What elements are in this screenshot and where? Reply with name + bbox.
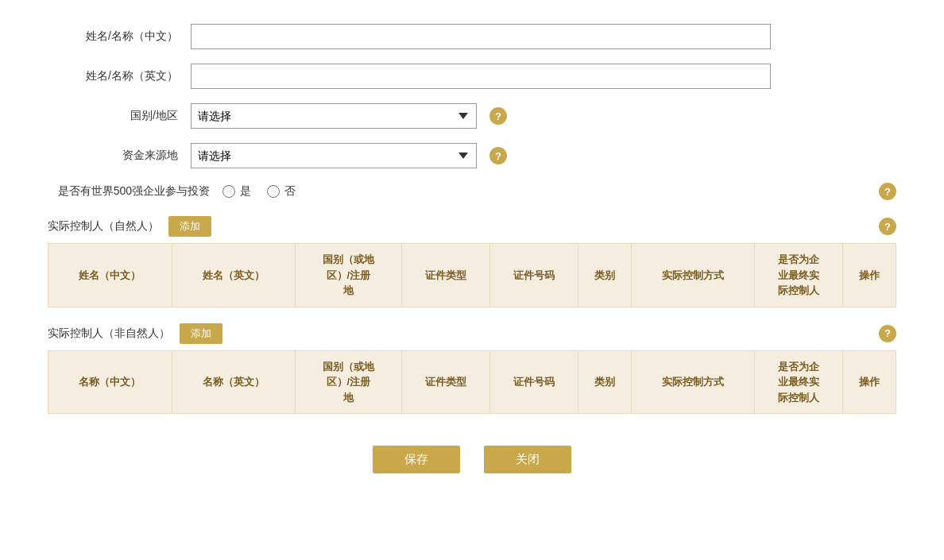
fund-source-label: 资金来源地	[48, 149, 191, 163]
non-natural-help-icon[interactable]: ?	[879, 325, 896, 342]
world500-wrap: 是 否 ?	[222, 183, 896, 200]
natural-col-cert-type: 证件类型	[401, 244, 489, 307]
non-natural-add-button[interactable]: 添加	[180, 323, 222, 344]
country-wrap: 请选择 ?	[191, 103, 896, 129]
non-natural-col-category: 类别	[578, 350, 631, 414]
country-select[interactable]: 请选择	[191, 103, 477, 129]
name-en-wrap	[191, 64, 896, 89]
name-cn-wrap	[191, 24, 896, 49]
fund-source-help-icon[interactable]: ?	[489, 147, 507, 164]
non-natural-section-header: 实际控制人（非自然人） 添加 ?	[48, 323, 896, 344]
fund-source-select[interactable]: 请选择	[191, 143, 477, 168]
natural-col-name-en: 姓名（英文）	[172, 244, 296, 307]
non-natural-col-action: 操作	[843, 350, 896, 414]
natural-col-cert-no: 证件号码	[489, 244, 578, 307]
radio-yes-label: 是	[240, 184, 251, 199]
radio-yes-item[interactable]: 是	[222, 184, 251, 199]
name-cn-input[interactable]	[191, 24, 771, 49]
world500-label: 是否有世界500强企业参与投资	[48, 184, 222, 199]
bottom-actions: 保存 关闭	[48, 446, 896, 473]
natural-col-name-cn: 姓名（中文）	[48, 244, 172, 307]
radio-yes-input[interactable]	[222, 185, 235, 198]
non-natural-title: 实际控制人（非自然人）	[48, 326, 170, 341]
natural-col-action: 操作	[843, 244, 896, 307]
name-en-row: 姓名/名称（英文）	[48, 64, 896, 89]
name-cn-row: 姓名/名称（中文）	[48, 24, 896, 49]
non-natural-table: 名称（中文） 名称（英文） 国别（或地区）/注册地 证件类型 证件号码 类别 实…	[48, 350, 896, 415]
name-cn-label: 姓名/名称（中文）	[48, 29, 191, 44]
natural-col-category: 类别	[578, 244, 631, 307]
country-help-icon[interactable]: ?	[489, 107, 507, 125]
non-natural-col-control-method: 实际控制方式	[631, 350, 755, 414]
non-natural-col-name-cn: 名称（中文）	[48, 350, 172, 414]
fund-source-wrap: 请选择 ?	[191, 143, 896, 168]
radio-no-item[interactable]: 否	[267, 184, 296, 199]
name-en-input[interactable]	[191, 64, 771, 89]
radio-no-input[interactable]	[267, 185, 280, 198]
fund-source-row: 资金来源地 请选择 ?	[48, 143, 896, 168]
non-natural-col-name-en: 名称（英文）	[172, 350, 296, 414]
world500-radio-group: 是 否	[222, 184, 296, 199]
page-container: 姓名/名称（中文） 姓名/名称（英文） 国别/地区 请选择 ? 资金来源地 请选…	[0, 0, 944, 505]
natural-col-control-method: 实际控制方式	[631, 244, 755, 307]
natural-person-section-header: 实际控制人（自然人） 添加 ?	[48, 216, 896, 237]
natural-col-country: 国别（或地区）/注册地	[296, 244, 401, 307]
non-natural-col-cert-no: 证件号码	[489, 350, 578, 414]
save-button[interactable]: 保存	[373, 446, 460, 473]
name-en-label: 姓名/名称（英文）	[48, 69, 191, 83]
natural-person-table: 姓名（中文） 姓名（英文） 国别（或地区）/注册地 证件类型 证件号码 类别 实…	[48, 243, 896, 307]
non-natural-col-is-ultimate: 是否为企业最终实际控制人	[755, 350, 843, 414]
world500-row: 是否有世界500强企业参与投资 是 否 ?	[48, 183, 896, 200]
non-natural-table-header-row: 名称（中文） 名称（英文） 国别（或地区）/注册地 证件类型 证件号码 类别 实…	[48, 350, 896, 414]
natural-col-is-ultimate: 是否为企业最终实际控制人	[755, 244, 843, 307]
close-button[interactable]: 关闭	[484, 446, 571, 473]
country-label: 国别/地区	[48, 109, 191, 123]
non-natural-col-cert-type: 证件类型	[401, 350, 489, 414]
world500-help-icon[interactable]: ?	[879, 183, 896, 200]
radio-no-label: 否	[284, 184, 296, 199]
natural-person-add-button[interactable]: 添加	[168, 216, 211, 237]
non-natural-col-country: 国别（或地区）/注册地	[296, 350, 401, 414]
country-row: 国别/地区 请选择 ?	[48, 103, 896, 129]
natural-person-table-header-row: 姓名（中文） 姓名（英文） 国别（或地区）/注册地 证件类型 证件号码 类别 实…	[48, 244, 896, 307]
natural-person-title: 实际控制人（自然人）	[48, 219, 159, 234]
natural-person-help-icon[interactable]: ?	[879, 218, 896, 235]
